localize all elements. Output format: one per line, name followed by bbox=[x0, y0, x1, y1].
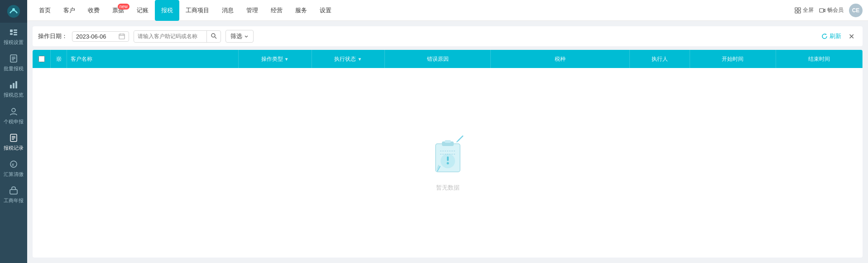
th-op-type[interactable]: 操作类型 ▼ bbox=[239, 50, 312, 68]
sidebar-item-baoshuizonglan[interactable]: 报税总览 bbox=[0, 75, 27, 102]
refresh-button[interactable]: 刷新 bbox=[821, 32, 841, 40]
sidebar-item-baoshuishezhi-label: 报税设置 bbox=[4, 39, 24, 45]
svg-point-0 bbox=[7, 5, 20, 18]
sidebar-item-piliangbaoshui-label: 批量报税 bbox=[4, 66, 24, 72]
chevron-down-icon bbox=[244, 34, 249, 39]
th-gear[interactable] bbox=[51, 50, 67, 68]
svg-line-34 bbox=[458, 136, 463, 141]
svg-rect-22 bbox=[795, 8, 797, 10]
svg-rect-11 bbox=[10, 85, 12, 88]
select-all-checkbox[interactable] bbox=[38, 56, 45, 62]
search-input[interactable] bbox=[134, 31, 206, 41]
toolbar: 操作日期： bbox=[33, 26, 863, 46]
close-button[interactable]: ✕ bbox=[846, 31, 857, 42]
top-nav: 首页 客户 收费 票据 new 记账 报税 工商项目 消息 管理 经营 bbox=[27, 0, 868, 21]
nav-item-baoshui[interactable]: 报税 bbox=[155, 0, 179, 21]
search-icon bbox=[211, 33, 217, 39]
svg-rect-6 bbox=[14, 34, 17, 35]
svg-rect-25 bbox=[798, 11, 801, 13]
svg-rect-4 bbox=[14, 29, 17, 31]
filter-button[interactable]: 筛选 bbox=[225, 30, 254, 43]
sidebar: 报税设置 批量报税 报税总览 bbox=[0, 0, 27, 263]
user-avatar[interactable]: CE bbox=[849, 4, 863, 17]
personal-tax-icon bbox=[8, 106, 19, 117]
svg-point-41 bbox=[446, 162, 449, 165]
svg-line-32 bbox=[215, 37, 217, 39]
svg-rect-40 bbox=[447, 156, 449, 161]
sidebar-item-huisuanqingsuan[interactable]: ¥ 汇算清缴 bbox=[0, 155, 27, 181]
data-table: 客户名称 操作类型 ▼ 执行状态 ▼ 错误原因 税种 bbox=[33, 50, 863, 258]
svg-point-14 bbox=[12, 108, 15, 112]
annual-report-icon bbox=[8, 185, 19, 196]
th-tax-type: 税种 bbox=[491, 50, 629, 68]
sidebar-item-baoshuishezhi[interactable]: 报税设置 bbox=[0, 23, 27, 49]
table-body: 暂无数据 bbox=[33, 68, 863, 258]
sidebar-item-huisuanqingsuan-label: 汇算清缴 bbox=[4, 171, 24, 177]
video-icon bbox=[819, 7, 825, 14]
member-button[interactable]: 畅会员 bbox=[819, 6, 844, 14]
settings-icon bbox=[8, 26, 19, 38]
date-input[interactable] bbox=[76, 33, 117, 40]
sidebar-item-gongshangnianbao[interactable]: 工商年报 bbox=[0, 181, 27, 207]
nav-item-shoufei[interactable]: 收费 bbox=[82, 0, 106, 21]
empty-state: 暂无数据 bbox=[427, 134, 468, 192]
svg-point-33 bbox=[58, 58, 60, 60]
svg-rect-38 bbox=[445, 140, 451, 143]
sidebar-item-baoshuizonglan-label: 报税总览 bbox=[4, 92, 24, 98]
overview-icon bbox=[8, 79, 19, 91]
svg-rect-23 bbox=[798, 8, 801, 10]
svg-point-31 bbox=[211, 34, 215, 37]
op-type-sort-icon: ▼ bbox=[284, 57, 289, 62]
nav-item-shezhi[interactable]: 设置 bbox=[313, 0, 338, 21]
svg-rect-12 bbox=[13, 83, 14, 88]
svg-text:¥: ¥ bbox=[11, 162, 14, 167]
th-error-reason: 错误原因 bbox=[385, 50, 491, 68]
nav-item-gongshang[interactable]: 工商项目 bbox=[179, 0, 216, 21]
svg-rect-27 bbox=[119, 34, 125, 39]
empty-text: 暂无数据 bbox=[436, 184, 460, 192]
nav-item-kehu[interactable]: 客户 bbox=[57, 0, 82, 21]
search-button[interactable] bbox=[206, 31, 221, 42]
nav-item-piaoju[interactable]: 票据 new bbox=[106, 0, 130, 21]
batch-tax-icon bbox=[8, 53, 19, 64]
empty-illustration bbox=[427, 134, 468, 179]
svg-rect-13 bbox=[15, 81, 17, 88]
sidebar-item-baoshuijilu[interactable]: 报税记录 bbox=[0, 128, 27, 155]
gear-icon bbox=[56, 56, 62, 62]
svg-point-1 bbox=[12, 8, 15, 11]
piaoju-badge: new bbox=[118, 4, 129, 10]
calendar-icon bbox=[119, 33, 125, 39]
sidebar-item-piliangbaoshui[interactable]: 批量报税 bbox=[0, 49, 27, 75]
fullscreen-icon bbox=[795, 7, 801, 14]
nav-item-jingying[interactable]: 经营 bbox=[264, 0, 289, 21]
th-customer-name: 客户名称 bbox=[67, 50, 239, 68]
nav-item-xiaoxi[interactable]: 消息 bbox=[216, 0, 240, 21]
svg-rect-2 bbox=[10, 29, 13, 32]
nav-item-guanli[interactable]: 管理 bbox=[240, 0, 264, 21]
svg-rect-26 bbox=[820, 9, 824, 12]
nav-item-jizhang[interactable]: 记账 bbox=[130, 0, 155, 21]
sidebar-item-gesuishenbao-label: 个税申报 bbox=[4, 119, 24, 125]
date-label: 操作日期： bbox=[38, 32, 67, 40]
svg-rect-3 bbox=[10, 33, 13, 35]
topnav-right: 全屏 畅会员 CE bbox=[795, 4, 863, 17]
settlement-icon: ¥ bbox=[8, 158, 19, 170]
table-header: 客户名称 操作类型 ▼ 执行状态 ▼ 错误原因 税种 bbox=[33, 50, 863, 68]
th-end-time: 结束时间 bbox=[776, 50, 863, 68]
th-exec-status[interactable]: 执行状态 ▼ bbox=[312, 50, 385, 68]
svg-rect-5 bbox=[14, 32, 17, 33]
th-executor: 执行人 bbox=[630, 50, 690, 68]
nav-item-shouye[interactable]: 首页 bbox=[33, 0, 57, 21]
sidebar-item-gongshangnianbao-label: 工商年报 bbox=[4, 198, 24, 204]
sidebar-logo bbox=[0, 0, 27, 23]
sidebar-item-gesuishenbao[interactable]: 个税申报 bbox=[0, 102, 27, 128]
svg-rect-24 bbox=[795, 11, 797, 13]
date-picker[interactable] bbox=[72, 31, 129, 42]
nav-item-fuwu[interactable]: 服务 bbox=[289, 0, 313, 21]
exec-status-sort-icon: ▼ bbox=[357, 57, 362, 62]
refresh-icon bbox=[821, 33, 828, 39]
svg-rect-21 bbox=[10, 190, 17, 194]
fullscreen-button[interactable]: 全屏 bbox=[795, 6, 814, 14]
svg-line-35 bbox=[457, 141, 458, 142]
th-checkbox[interactable] bbox=[33, 50, 51, 68]
